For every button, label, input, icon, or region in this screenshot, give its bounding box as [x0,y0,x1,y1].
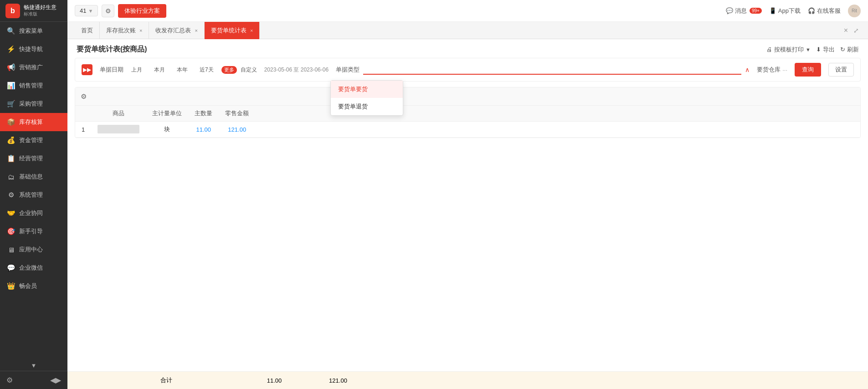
warehouse-dots-icon[interactable]: ··· [782,67,787,73]
print-chevron-icon: ▼ [806,47,811,52]
expand-tabs-icon[interactable]: ⤢ [852,27,861,34]
filter-expand-button[interactable]: ▶▶ [82,64,92,75]
footer-amount: 121.00 [315,377,361,384]
col-qty: 主数量 [188,106,219,122]
sidebar-scroll-down[interactable]: ▼ [0,360,67,371]
sidebar-icon-enterprise: 🤝 [6,209,15,218]
sidebar-item-operations[interactable]: 📋 经营管理 [0,149,67,168]
type-filter-group: 单据类型 ∧ [336,65,750,75]
content-area: 要货单统计表(按商品) 🖨 按模板打印 ▼ ⬇ 导出 ↻ 刷新 ▶▶ [67,39,868,389]
warehouse-label: 要货仓库 [757,66,781,74]
sidebar-icon-purchase: 🛒 [6,99,15,108]
tab-order-stat-close[interactable]: × [250,28,253,33]
sidebar-label-inventory: 库存核算 [19,118,43,126]
tab-inventory-batch[interactable]: 库存批次账 × [100,22,149,39]
date-this-month-button[interactable]: 本月 [150,64,169,76]
collapse-icon[interactable]: ◀▶ [50,376,61,384]
settings-icon[interactable]: ⚙ [6,376,13,384]
type-filter-input[interactable] [363,65,741,75]
tab-receive-summary[interactable]: 收发存汇总表 × [149,22,204,39]
sidebar-icon-system: ⚙ [6,190,15,200]
logo-icon: b [5,4,20,18]
sidebar-label-sales: 销售管理 [19,82,43,90]
header-gear-button[interactable]: ⚙ [102,5,114,17]
col-seq [75,106,91,122]
date-custom-button[interactable]: 自定义 [241,66,257,74]
close-all-tabs-button[interactable]: × [840,26,852,35]
date-last-month-button[interactable]: 上月 [127,64,146,76]
footer-label: 合计 [160,376,197,384]
sidebar-item-member[interactable]: 👑 畅会员 [0,277,67,295]
tab-order-stat-label: 要货单统计表 [211,26,247,35]
sidebar-label-member: 畅会员 [19,282,37,290]
date-7days-button[interactable]: 近7天 [195,64,218,76]
type-filter-label: 单据类型 [336,66,360,74]
data-table: 商品 主计量单位 主数量 零售金额 1 块 [75,106,860,138]
date-more-button[interactable]: 更多 [221,66,237,74]
sidebar-item-basic[interactable]: 🗂 基础信息 [0,168,67,186]
sidebar-label-wechat: 企业微信 [19,264,43,272]
tab-receive-summary-close[interactable]: × [195,28,197,33]
tab-order-stat[interactable]: 要货单统计表 × [205,22,260,39]
table-settings-icon[interactable]: ⚙ [81,92,87,101]
date-range-display: 2023-05-06 至 2023-06-06 [264,66,329,74]
cell-amount[interactable]: 121.00 [219,122,255,138]
tabs-bar: 首页 库存批次账 × 收发存汇总表 × 要货单统计表 × × ⤢ [67,22,868,39]
sidebar-item-purchase[interactable]: 🛒 采购管理 [0,95,67,113]
header: 41 ▼ ⚙ 体验行业方案 💬 消息 99+ 📱 App下载 🎧 在线客服 Ri… [67,0,868,22]
filter-bar: ▶▶ 单据日期 上月 本月 本年 近7天 更多 自定义 2023-05-06 至… [75,58,861,82]
warehouse-filter-group: 要货仓库 ··· [757,66,787,74]
dropdown-item-order[interactable]: 要货单要货 [331,81,403,98]
sidebar-item-sales[interactable]: 📊 销售管理 [0,77,67,95]
tab-inventory-batch-close[interactable]: × [139,28,142,33]
sidebar-icon-member: 👑 [6,282,15,291]
sidebar-item-enterprise[interactable]: 🤝 企业协同 [0,204,67,222]
sidebar-icon-marketing: 📢 [6,63,15,72]
app-download-action[interactable]: 📱 App下载 [769,7,801,15]
filter-settings-button[interactable]: 设置 [828,63,854,77]
tab-receive-summary-label: 收发存汇总表 [155,26,191,35]
sidebar-item-finance[interactable]: 💰 资金管理 [0,131,67,149]
page-title: 要货单统计表(按商品) [77,45,147,54]
product-name-placeholder [98,125,139,133]
sidebar-item-marketing[interactable]: 📢 营销推广 [0,58,67,77]
sidebar-item-search[interactable]: 🔍 搜索菜单 [0,22,67,40]
tab-inventory-batch-label: 库存批次账 [106,26,136,35]
export-button[interactable]: ⬇ 导出 [816,46,835,54]
sidebar-icon-wechat: 💬 [6,263,15,272]
date-this-year-button[interactable]: 本年 [173,64,192,76]
message-icon: 💬 [726,7,733,14]
query-button[interactable]: 查询 [795,63,821,77]
print-button[interactable]: 🖨 按模板打印 ▼ [766,46,811,54]
type-filter-chevron-icon[interactable]: ∧ [745,66,750,73]
service-action[interactable]: 🎧 在线客服 [808,7,841,15]
message-action[interactable]: 💬 消息 99+ [726,7,762,15]
cell-qty[interactable]: 11.00 [188,122,219,138]
cell-seq: 1 [75,122,91,138]
avatar[interactable]: Rit [848,5,861,17]
sidebar-item-wechat[interactable]: 💬 企业微信 [0,259,67,277]
sidebar-label-operations: 经营管理 [19,154,43,163]
tab-home[interactable]: 首页 [75,22,100,39]
trial-button[interactable]: 体验行业方案 [118,4,166,18]
sidebar-item-guide[interactable]: 🎯 新手引导 [0,222,67,241]
sidebar-item-apps[interactable]: 🖥 应用中心 [0,241,67,259]
sidebar-icon-inventory: 📦 [6,118,15,127]
date-filter-group: 单据日期 上月 本月 本年 近7天 更多 自定义 [100,64,257,76]
cell-extra [255,122,860,138]
sidebar-icon-guide: 🎯 [6,227,15,236]
table-row: 1 块 11.00 121.00 [75,122,860,138]
refresh-button[interactable]: ↻ 刷新 [840,46,859,54]
dropdown-item-return[interactable]: 要货单退货 [331,98,403,115]
sidebar-item-quick-nav[interactable]: ⚡ 快捷导航 [0,40,67,58]
sidebar-label-guide: 新手引导 [19,227,43,235]
export-icon: ⬇ [816,46,821,53]
sidebar-icon-operations: 📋 [6,154,15,163]
sidebar-footer: ⚙ ◀▶ [0,371,67,389]
sidebar-icon-finance: 💰 [6,136,15,145]
sidebar-item-system[interactable]: ⚙ 系统管理 [0,186,67,204]
sidebar-label-marketing: 营销推广 [19,63,43,72]
store-selector[interactable]: 41 ▼ [75,5,98,16]
store-name: 41 [80,7,86,14]
sidebar-item-inventory[interactable]: 📦 库存核算 [0,113,67,131]
